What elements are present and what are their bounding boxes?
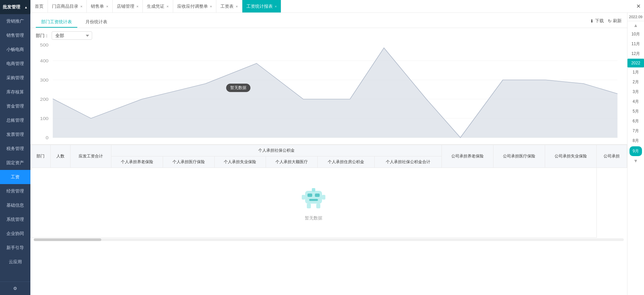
main-area: 首页 门店商品目录 × 销售单 × 店铺管理 × 生成凭证 × 应收应付调整单 … xyxy=(30,0,644,295)
tab-store-mgmt-close[interactable]: × xyxy=(136,4,138,8)
tab-sales-order[interactable]: 销售单 × xyxy=(87,0,112,12)
tab-payroll-close[interactable]: × xyxy=(236,4,238,8)
th-per-medical: 个人承担医疗保险 xyxy=(163,156,214,168)
date-panel-4[interactable]: 4月 xyxy=(627,97,644,107)
svg-rect-19 xyxy=(316,204,320,208)
date-panel-12[interactable]: 12月 xyxy=(627,49,644,59)
empty-icon xyxy=(300,184,327,211)
data-table-container[interactable]: 部门 人数 应发工资合计 个人承担社保公积金 公司承担养老保险 公司承担医疗保险… xyxy=(30,144,627,295)
date-panel-9[interactable]: 9月 xyxy=(629,146,642,156)
sidebar-item-marketing[interactable]: 营销推广 xyxy=(0,14,30,28)
sidebar-item-guide[interactable]: 新手引导 xyxy=(0,241,30,255)
tab-adjustment-close[interactable]: × xyxy=(210,4,212,8)
date-panel-down-arrow[interactable]: ▼ xyxy=(627,157,644,165)
refresh-button[interactable]: ↻ 刷新 xyxy=(608,18,622,24)
date-panel-10[interactable]: 10月 xyxy=(627,29,644,39)
tab-home[interactable]: 首页 xyxy=(30,0,48,12)
date-panel-8[interactable]: 8月 xyxy=(627,136,644,146)
sidebar-item-assets[interactable]: 固定资产 xyxy=(0,156,30,170)
th-co-medical: 公司承担医疗保险 xyxy=(493,145,545,168)
content-area: 部门工资统计表 月份统计表 ⬇ 下载 ↻ 刷新 xyxy=(30,13,644,295)
tab-voucher[interactable]: 生成凭证 × xyxy=(143,0,173,12)
svg-text:0: 0 xyxy=(46,136,49,140)
area-chart: 0 100 200 300 400 500 xyxy=(36,43,622,141)
download-icon: ⬇ xyxy=(590,19,594,24)
sidebar-item-purchase[interactable]: 采购管理 xyxy=(0,71,30,85)
download-button[interactable]: ⬇ 下载 xyxy=(590,18,604,24)
tab-adjustment[interactable]: 应收应付调整单 × xyxy=(173,0,216,12)
sidebar-item-inventory[interactable]: 库存核算 xyxy=(0,85,30,99)
date-panel-up-arrow[interactable]: ▲ xyxy=(627,21,644,29)
sidebar-item-ledger[interactable]: 总账管理 xyxy=(0,113,30,127)
sub-tab-dept[interactable]: 部门工资统计表 xyxy=(36,17,77,28)
tab-store-catalog-close[interactable]: × xyxy=(80,4,82,8)
th-total: 应发工资合计 xyxy=(70,145,111,168)
tab-store-mgmt[interactable]: 店铺管理 × xyxy=(113,0,143,12)
horizontal-scrollbar[interactable] xyxy=(34,238,101,241)
svg-text:200: 200 xyxy=(40,97,49,101)
sidebar: 批发管理 ▲ 营销推广 销售管理 小畅电商 电商管理 采购管理 库存核算 资金管… xyxy=(0,0,30,295)
sub-tab-month[interactable]: 月份统计表 xyxy=(80,17,113,28)
date-panel-3[interactable]: 3月 xyxy=(627,87,644,97)
tab-sales-order-close[interactable]: × xyxy=(106,4,108,8)
svg-rect-11 xyxy=(305,191,322,204)
dept-select[interactable]: 全部 部门A 部门B xyxy=(52,31,92,40)
date-panel-6[interactable]: 6月 xyxy=(627,116,644,126)
tab-voucher-label: 生成凭证 xyxy=(147,3,164,9)
sidebar-header[interactable]: 批发管理 ▲ xyxy=(0,0,30,14)
tab-store-mgmt-label: 店铺管理 xyxy=(117,3,134,9)
date-panel-1[interactable]: 1月 xyxy=(627,67,644,77)
settings-button[interactable]: ⚙ xyxy=(0,282,30,295)
th-dept: 部门 xyxy=(31,145,51,168)
toolbar-actions: ⬇ 下载 ↻ 刷新 xyxy=(590,18,622,27)
empty-row: 暂无数据 xyxy=(31,168,597,238)
refresh-label: 刷新 xyxy=(613,18,622,24)
th-per-pension: 个人承担养老保险 xyxy=(111,156,163,168)
th-personal-group: 个人承担社保公积金 xyxy=(111,145,441,156)
top-tabs-bar: 首页 门店商品目录 × 销售单 × 店铺管理 × 生成凭证 × 应收应付调整单 … xyxy=(30,0,644,13)
date-panel-5[interactable]: 5月 xyxy=(627,107,644,116)
dept-filter: 部门： 全部 部门A 部门B xyxy=(36,31,92,40)
sidebar-item-system[interactable]: 系统管理 xyxy=(0,212,30,227)
tab-payroll-report[interactable]: 工资统计报表 × xyxy=(242,0,281,12)
tab-sales-order-label: 销售单 xyxy=(91,3,104,9)
sidebar-item-sales[interactable]: 销售管理 xyxy=(0,28,30,42)
sidebar-item-basics[interactable]: 基础信息 xyxy=(0,198,30,212)
sub-tabs-bar: 部门工资统计表 月份统计表 ⬇ 下载 ↻ 刷新 xyxy=(30,13,627,28)
sidebar-item-payroll[interactable]: 工资 xyxy=(0,170,30,184)
tab-payroll[interactable]: 工资表 × xyxy=(216,0,242,12)
svg-rect-13 xyxy=(315,194,320,197)
svg-text:300: 300 xyxy=(40,78,49,82)
sidebar-item-finance[interactable]: 资金管理 xyxy=(0,99,30,113)
date-panel-7[interactable]: 7月 xyxy=(627,126,644,136)
tab-store-catalog[interactable]: 门店商品目录 × xyxy=(48,0,87,12)
sidebar-header-arrow: ▲ xyxy=(24,5,28,9)
svg-rect-15 xyxy=(312,188,315,191)
date-panel-11[interactable]: 11月 xyxy=(627,39,644,49)
sidebar-item-cloud[interactable]: 云应用 xyxy=(0,255,30,269)
chart-tooltip: 暂无数据 xyxy=(226,84,250,92)
svg-rect-17 xyxy=(322,195,325,200)
empty-text: 暂无数据 xyxy=(305,215,322,221)
tab-voucher-close[interactable]: × xyxy=(166,4,168,8)
sidebar-item-ecommerce-small[interactable]: 小畅电商 xyxy=(0,42,30,57)
date-panel-2[interactable]: 2月 xyxy=(627,77,644,87)
sidebar-item-ecommerce[interactable]: 电商管理 xyxy=(0,57,30,71)
sidebar-item-enterprise[interactable]: 企业协同 xyxy=(0,227,30,241)
date-panel-2022[interactable]: 2022 xyxy=(627,59,644,67)
svg-rect-12 xyxy=(307,194,312,197)
tab-payroll-report-close[interactable]: × xyxy=(275,4,277,8)
chart-tooltip-text: 暂无数据 xyxy=(230,85,246,90)
sub-tab-month-label: 月份统计表 xyxy=(85,19,107,24)
tab-adjustment-label: 应收应付调整单 xyxy=(177,3,208,9)
th-co-pension: 公司承担养老保险 xyxy=(442,145,493,168)
svg-rect-18 xyxy=(307,204,311,208)
sidebar-item-tax[interactable]: 税务管理 xyxy=(0,142,30,156)
svg-text:400: 400 xyxy=(40,59,49,63)
sidebar-item-invoice[interactable]: 发票管理 xyxy=(0,127,30,142)
tab-store-catalog-label: 门店商品目录 xyxy=(52,3,78,9)
tab-close-area[interactable]: ✕ xyxy=(633,3,644,9)
sidebar-item-operations[interactable]: 经营管理 xyxy=(0,184,30,198)
download-label: 下载 xyxy=(595,18,604,24)
sidebar-header-label: 批发管理 xyxy=(3,4,20,10)
